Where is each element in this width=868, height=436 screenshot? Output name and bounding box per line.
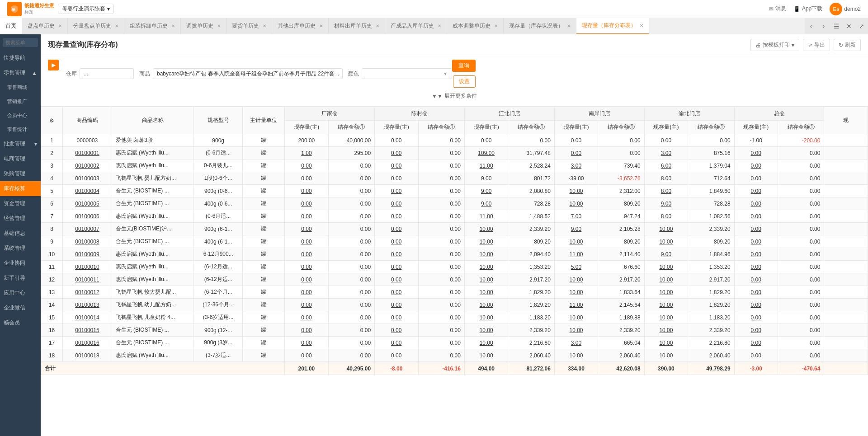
tab-close-icon[interactable]: ✕ [319, 23, 323, 28]
tab-nav-right[interactable]: › [817, 18, 830, 34]
industry-selector[interactable]: 母婴行业演示陈套 ▾ [58, 4, 114, 14]
table-row-jiangbei-qty[interactable]: 10.00 [464, 273, 508, 286]
table-row-nanjiang-qty[interactable]: 3.00 [554, 159, 598, 172]
tab-stock3[interactable]: 组装拆卸单历史 ✕ [124, 18, 181, 34]
table-row-total-qty[interactable]: 0.00 [734, 185, 778, 197]
table-row-total-qty[interactable]: 0.00 [734, 147, 778, 159]
table-row-chen-qty[interactable]: 0.00 [375, 159, 418, 172]
sidebar-item-finance[interactable]: 资金管理 [0, 196, 41, 211]
table-row-factory-qty[interactable]: 0.00 [285, 286, 328, 299]
table-row-yuebei-qty[interactable]: 6.00 [644, 159, 688, 172]
table-row-factory-qty[interactable]: 0.00 [285, 235, 328, 248]
table-row-factory-qty[interactable]: 0.00 [285, 185, 328, 197]
table-row-total-qty[interactable]: 0.00 [734, 299, 778, 311]
table-row-factory-qty[interactable]: 200.00 [285, 134, 328, 147]
warehouse-input[interactable] [80, 68, 134, 79]
table-row-code[interactable]: 00100002 [63, 159, 112, 172]
table-row-nanjiang-qty[interactable]: 0.00 [554, 134, 598, 147]
sidebar-item-inventory[interactable]: 库存核算 [0, 181, 41, 196]
table-row-nanjiang-qty[interactable]: 10.00 [554, 324, 598, 337]
table-row-chen-qty[interactable]: 0.00 [375, 172, 418, 185]
table-row-factory-qty[interactable]: 0.00 [285, 337, 328, 349]
table-row-jiangbei-qty[interactable]: 10.00 [464, 248, 508, 261]
table-row-chen-qty[interactable]: 0.00 [375, 337, 418, 349]
tab-close-icon[interactable]: ✕ [217, 23, 221, 28]
table-row-total-qty[interactable]: 0.00 [734, 311, 778, 324]
table-row-factory-qty[interactable]: 0.00 [285, 210, 328, 223]
table-row-total-qty[interactable]: -1.00 [734, 134, 778, 147]
table-row-factory-qty[interactable]: 0.00 [285, 299, 328, 311]
table-row-chen-qty[interactable]: 0.00 [375, 210, 418, 223]
refresh-btn[interactable]: ↻ 刷新 [834, 39, 861, 51]
sidebar-item-retail-stats[interactable]: 零售统计 [0, 122, 41, 136]
table-row-code[interactable]: 00100008 [63, 235, 112, 248]
tab-stock8[interactable]: 产成品入库单历史 ✕ [385, 18, 447, 34]
table-row-code[interactable]: 00100006 [63, 210, 112, 223]
sidebar-item-basic[interactable]: 基础信息 [0, 226, 41, 241]
table-row-nanjiang-qty[interactable]: 3.00 [554, 337, 598, 349]
table-row-yuebei-qty[interactable]: 10.00 [644, 235, 688, 248]
table-row-total-qty[interactable]: 0.00 [734, 248, 778, 261]
table-row-code[interactable]: 00100004 [63, 185, 112, 197]
table-row-jiangbei-qty[interactable]: 0.00 [464, 134, 508, 147]
tab-stock4[interactable]: 调拨单历史 ✕ [181, 18, 226, 34]
table-row-jiangbei-qty[interactable]: 10.00 [464, 324, 508, 337]
table-row-nanjiang-qty[interactable]: 10.00 [554, 197, 598, 210]
table-row-jiangbei-qty[interactable]: 9.00 [464, 197, 508, 210]
tab-home[interactable]: 首页 [0, 18, 22, 34]
tab-close-icon[interactable]: ✕ [171, 23, 175, 28]
table-row-yuebei-qty[interactable]: 8.00 [644, 185, 688, 197]
sidebar-item-member[interactable]: 会员中心 [0, 108, 41, 122]
table-row-yuebei-qty[interactable]: 10.00 [644, 349, 688, 362]
tab-nav-left[interactable]: ‹ [805, 18, 817, 34]
table-row-jiangbei-qty[interactable]: 109.00 [464, 147, 508, 159]
table-row-total-qty[interactable]: 0.00 [734, 210, 778, 223]
table-row-jiangbei-qty[interactable]: 10.00 [464, 235, 508, 248]
filter-expand-arrow[interactable]: ▶ [48, 60, 59, 70]
table-row-jiangbei-qty[interactable]: 11.00 [464, 159, 508, 172]
table-row-factory-qty[interactable]: 0.00 [285, 349, 328, 362]
color-input[interactable] [362, 68, 452, 79]
table-row-chen-qty[interactable]: 0.00 [375, 197, 418, 210]
table-row-code[interactable]: 00100007 [63, 223, 112, 235]
table-row-chen-qty[interactable]: 0.00 [375, 185, 418, 197]
tab-stock11[interactable]: 现存量（库存分布表） ✕ [576, 18, 649, 34]
sidebar-item-wechat[interactable]: 企业微信 [0, 300, 41, 315]
table-row-chen-qty[interactable]: 0.00 [375, 324, 418, 337]
search-input[interactable] [3, 38, 38, 47]
table-row-nanjiang-qty[interactable]: 10.00 [554, 273, 598, 286]
tab-stock6[interactable]: 其他出库单历史 ✕ [272, 18, 329, 34]
table-row-nanjiang-qty[interactable]: 7.00 [554, 210, 598, 223]
table-row-nanjiang-qty[interactable]: 10.00 [554, 311, 598, 324]
table-row-factory-qty[interactable]: 1.00 [285, 147, 328, 159]
table-row-code[interactable]: 00100011 [63, 273, 112, 286]
table-row-jiangbei-qty[interactable]: 10.00 [464, 223, 508, 235]
sidebar-item-system[interactable]: 系统管理 [0, 241, 41, 256]
sidebar-item-guide[interactable]: 新手引导 [0, 271, 41, 286]
print-btn[interactable]: 🖨 按模板打印 ▾ [750, 39, 799, 51]
table-row-chen-qty[interactable]: 0.00 [375, 147, 418, 159]
tab-close-all[interactable]: ✕ [843, 18, 855, 34]
table-row-total-qty[interactable]: 0.00 [734, 286, 778, 299]
table-row-jiangbei-qty[interactable]: 10.00 [464, 349, 508, 362]
table-row-nanjiang-qty[interactable]: 10.00 [554, 286, 598, 299]
table-row-total-qty[interactable]: 0.00 [734, 349, 778, 362]
table-row-yuebei-qty[interactable]: 10.00 [644, 311, 688, 324]
col-header-settings[interactable]: ⚙ [41, 107, 63, 134]
table-row-nanjiang-qty[interactable]: 10.00 [554, 349, 598, 362]
table-row-yuebei-qty[interactable]: 3.00 [644, 147, 688, 159]
sidebar-item-purchase[interactable]: 采购管理 [0, 166, 41, 181]
table-row-yuebei-qty[interactable]: 10.00 [644, 286, 688, 299]
table-row-yuebei-qty[interactable]: 10.00 [644, 337, 688, 349]
table-row-chen-qty[interactable]: 0.00 [375, 286, 418, 299]
table-row-nanjiang-qty[interactable]: 9.00 [554, 223, 598, 235]
table-row-nanjiang-qty[interactable]: 0.00 [554, 147, 598, 159]
table-row-jiangbei-qty[interactable]: 9.00 [464, 172, 508, 185]
table-row-jiangbei-qty[interactable]: 10.00 [464, 337, 508, 349]
sidebar-item-vip[interactable]: 畅会员 [0, 315, 41, 330]
table-row-nanjiang-qty[interactable]: -39.00 [554, 172, 598, 185]
table-row-code[interactable]: 00100005 [63, 197, 112, 210]
table-row-yuebei-qty[interactable]: 9.00 [644, 248, 688, 261]
tab-stock9[interactable]: 成本调整单历史 ✕ [447, 18, 504, 34]
sidebar-item-operations[interactable]: 经营管理 [0, 211, 41, 226]
